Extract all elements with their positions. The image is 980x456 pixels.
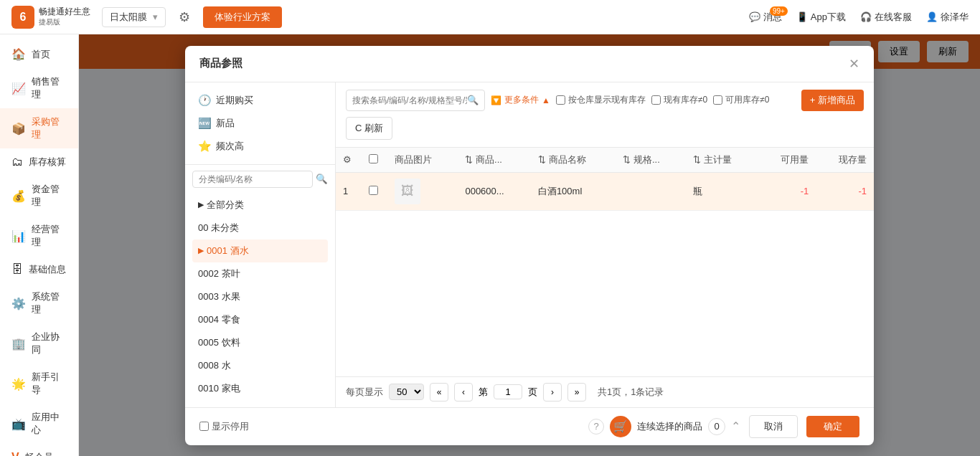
checkbox-warehouse[interactable]: 按仓库显示现有库存 [556, 94, 646, 106]
last-page-button[interactable]: » [567, 383, 586, 402]
operations-icon: 📊 [11, 229, 26, 243]
sidebar-item-home[interactable]: 🏠 首页 [0, 40, 78, 68]
row-checkbox[interactable] [369, 186, 378, 195]
per-page-label: 每页显示 [346, 386, 383, 399]
top-nav: 6 畅捷通好生意 捷易版 日太阳膜 ▾ ⚙ 体验行业方案 💬 消息 99+ 📱 … [0, 0, 980, 34]
cat-item-unclassified[interactable]: 00 未分类 [192, 217, 328, 239]
per-page-select[interactable]: 50 [389, 384, 424, 400]
first-page-button[interactable]: « [430, 383, 448, 402]
nav-selector[interactable]: 日太阳膜 ▾ [102, 7, 166, 27]
show-disabled-label[interactable]: 显示停用 [199, 420, 249, 433]
checkbox-stock-ne-input[interactable] [651, 95, 661, 105]
headset-icon: 🎧 [860, 11, 872, 22]
sidebar-item-enterprise[interactable]: 🏢 企业协同 [0, 323, 78, 364]
modal-footer: 显示停用 ? 🛒 连续选择的商品 0 ⌃ 取消 确定 [185, 407, 874, 445]
row-checkbox-cell[interactable] [362, 172, 387, 210]
cart-icon[interactable]: 🛒 [610, 416, 631, 437]
row-spec [616, 172, 686, 210]
sort-icon-spec: ⇅ [623, 154, 631, 165]
category-search-button[interactable]: 🔍 [316, 174, 328, 184]
show-disabled-checkbox[interactable] [199, 422, 209, 431]
cat-arrow-all: ▶ [198, 200, 204, 209]
sidebar-item-vip[interactable]: V 畅会员 [0, 444, 78, 456]
quick-item-freq[interactable]: ⭐ 频次高 [192, 136, 328, 157]
user-area[interactable]: 👤 徐泽华 [926, 11, 969, 24]
add-product-button[interactable]: + 新增商品 [801, 90, 864, 111]
modal-dialog: 商品参照 ✕ 🕐 近期购买 🆕 [185, 46, 874, 445]
page-suffix-label: 页 [528, 386, 537, 399]
quick-item-new[interactable]: 🆕 新品 [192, 113, 328, 134]
confirm-button[interactable]: 确定 [806, 416, 859, 437]
checkbox-available-ne[interactable]: 可用库存≠0 [713, 94, 769, 106]
cancel-button[interactable]: 取消 [749, 415, 798, 438]
search-icon: 🔍 [467, 95, 479, 105]
row-code: 000600... [458, 172, 530, 210]
sidebar-item-operations[interactable]: 📊 经营管理 [0, 216, 78, 256]
prev-page-button[interactable]: ‹ [454, 383, 473, 402]
cat-arrow-wine: ▶ [198, 246, 204, 255]
gear-button[interactable]: ⚙ [173, 6, 196, 29]
cat-item-snack[interactable]: 0004 零食 [192, 308, 328, 331]
page-prefix-label: 第 [479, 386, 488, 399]
product-search-input[interactable] [352, 95, 467, 105]
filter-button[interactable]: 🔽 更多条件 ▲ [491, 94, 550, 106]
cat-item-all[interactable]: ▶ 全部分类 [192, 194, 328, 217]
cat-item-wine[interactable]: ▶ 0001 酒水 [192, 239, 328, 262]
sidebar-item-purchase[interactable]: 📦 采购管理 [0, 108, 78, 148]
cat-item-tea[interactable]: 0002 茶叶 [192, 262, 328, 285]
collapse-cart-button[interactable]: ⌃ [731, 419, 740, 433]
messages-item[interactable]: 💬 消息 99+ [749, 11, 782, 24]
refresh-table-button[interactable]: C 刷新 [346, 117, 392, 140]
sort-icon-unit: ⇅ [693, 154, 701, 165]
checkbox-available-ne-input[interactable] [713, 95, 722, 105]
category-search-input[interactable] [192, 171, 313, 188]
sidebar-item-finance[interactable]: 💰 资金管理 [0, 176, 78, 216]
sidebar-item-base[interactable]: 🗄 基础信息 [0, 256, 78, 283]
table-row[interactable]: 1 🖼 000600... 白酒100ml 瓶 [336, 172, 874, 210]
freq-icon: ⭐ [198, 140, 212, 153]
cart-count: 0 [708, 418, 725, 435]
sidebar-item-inventory[interactable]: 🗂 库存核算 [0, 148, 78, 176]
page-number-input[interactable] [494, 384, 522, 399]
select-all-checkbox[interactable] [369, 154, 378, 163]
cat-item-fruit[interactable]: 0003 水果 [192, 285, 328, 308]
phone-icon: 📱 [796, 11, 808, 22]
checkbox-stock-ne[interactable]: 现有库存≠0 [651, 94, 707, 106]
chevron-down-icon: ▾ [153, 11, 158, 22]
sidebar-item-sales[interactable]: 📈 销售管理 [0, 68, 78, 108]
inventory-icon: 🗂 [11, 156, 23, 168]
sidebar-item-apps[interactable]: 📺 应用中心 [0, 404, 78, 444]
next-page-button[interactable]: › [543, 383, 562, 402]
col-code[interactable]: ⇅ 商品... [458, 148, 530, 173]
sort-icon-name: ⇅ [538, 154, 546, 165]
row-image-cell: 🖼 [387, 172, 458, 210]
system-icon: ⚙️ [11, 297, 26, 310]
modal-body: 🕐 近期购买 🆕 新品 ⭐ 频次高 [185, 82, 874, 407]
trial-button[interactable]: 体验行业方案 [203, 6, 282, 28]
quick-item-recent[interactable]: 🕐 近期购买 [192, 90, 328, 111]
help-icon[interactable]: ? [588, 419, 604, 434]
filter-icon: 🔽 [491, 95, 501, 105]
sidebar-label-base: 基础信息 [29, 263, 66, 276]
col-unit[interactable]: ⇅ 主计量 [686, 148, 758, 173]
modal-close-button[interactable]: ✕ [849, 56, 859, 72]
col-name[interactable]: ⇅ 商品名称 [531, 148, 616, 173]
app-download-item[interactable]: 📱 App下载 [796, 11, 846, 24]
online-service-item[interactable]: 🎧 在线客服 [860, 11, 912, 24]
col-settings[interactable]: ⚙ [336, 148, 362, 173]
cat-item-drink[interactable]: 0005 饮料 [192, 331, 328, 354]
recent-icon: 🕐 [198, 94, 212, 107]
left-sidebar: 🏠 首页 📈 销售管理 📦 采购管理 🗂 库存核算 💰 资金管理 📊 经营管理 … [0, 34, 79, 456]
sidebar-item-guide[interactable]: 🌟 新手引导 [0, 364, 78, 404]
modal-header: 商品参照 ✕ [185, 46, 874, 82]
col-spec[interactable]: ⇅ 规格... [616, 148, 686, 173]
cat-item-appliance[interactable]: 0010 家电 [192, 377, 328, 400]
sidebar-item-system[interactable]: ⚙️ 系统管理 [0, 283, 78, 323]
sidebar-label-system: 系统管理 [32, 290, 67, 316]
enterprise-icon: 🏢 [11, 337, 26, 351]
sidebar-label-apps: 应用中心 [32, 411, 67, 437]
logo-area: 6 畅捷通好生意 捷易版 [11, 6, 90, 29]
col-checkbox[interactable] [362, 148, 387, 173]
checkbox-warehouse-input[interactable] [556, 95, 565, 105]
cat-item-water[interactable]: 0008 水 [192, 354, 328, 377]
